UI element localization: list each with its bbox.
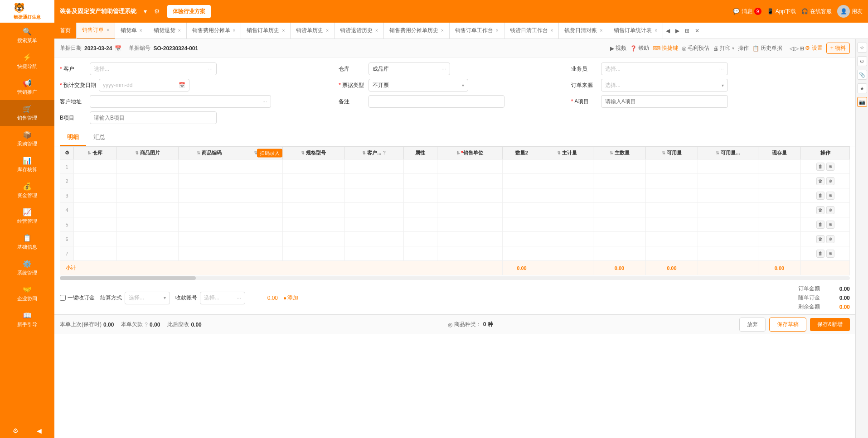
settings-header-icon[interactable]: ⚙	[152, 6, 162, 17]
tab-close-icon[interactable]: ×	[233, 28, 236, 33]
a-project-input[interactable]	[601, 95, 728, 108]
warehouse-input[interactable]: 成品库 ···	[369, 63, 450, 75]
sort-icon[interactable]: ⇅	[135, 151, 139, 155]
tab-invoice-history[interactable]: 销货单历史 ×	[291, 23, 335, 39]
staff-more-icon[interactable]: ···	[719, 66, 724, 72]
sort-icon[interactable]: ⇅	[87, 151, 91, 155]
sidebar-item-basics[interactable]: 📋 基础信息	[0, 229, 54, 255]
row-qty2-1[interactable]	[502, 159, 541, 174]
print-btn[interactable]: 🖨 打印 ▾	[713, 44, 734, 52]
row-spec-1[interactable]	[283, 159, 344, 174]
delete-row-icon[interactable]: 🗑	[816, 192, 824, 200]
save-draft-button[interactable]: 保存草稿	[769, 318, 806, 332]
delete-row-icon[interactable]: 🗑	[816, 206, 824, 214]
tab-close-icon[interactable]: ×	[107, 28, 109, 33]
sort-icon[interactable]: ⇅	[301, 151, 305, 155]
b-project-input[interactable]	[90, 111, 217, 124]
help-btn[interactable]: ❓ 帮助	[630, 44, 649, 52]
copy-row-icon[interactable]: ⊕	[826, 250, 834, 258]
tab-daily-reconcile[interactable]: 钱货日清对账 ×	[559, 23, 608, 39]
tab-nav-prev[interactable]: ◀	[663, 23, 673, 39]
layout-icon2[interactable]: ▷	[795, 44, 799, 52]
copy-row-icon[interactable]: ⊕	[826, 235, 834, 243]
sidebar-item-purchase[interactable]: 📦 采购管理	[0, 126, 54, 152]
sort-icon[interactable]: ⇅	[716, 151, 719, 155]
sidebar-item-enterprise[interactable]: 🤝 企业协同	[0, 281, 54, 307]
profit-btn[interactable]: ◎ 毛利预估	[682, 44, 709, 52]
row-unit-1[interactable]	[437, 159, 502, 174]
tab-close-icon[interactable]: ×	[496, 28, 499, 33]
delete-row-icon[interactable]: 🗑	[816, 221, 824, 229]
row-product-1[interactable]	[240, 159, 283, 174]
sidebar-item-guide[interactable]: 📖 新手引导	[0, 307, 54, 332]
tab-nav-more[interactable]: ⊞	[682, 23, 692, 39]
tab-nav-close[interactable]: ✕	[692, 23, 702, 39]
sidebar-item-finance[interactable]: 💰 资金管理	[0, 178, 54, 203]
sidebar-item-search[interactable]: 🔍 搜索菜单	[0, 23, 54, 48]
sidebar-item-sales[interactable]: 🛒 销售管理	[0, 100, 54, 126]
tab-close-icon[interactable]: ×	[178, 28, 181, 33]
sort-icon[interactable]: ⇅	[662, 151, 665, 155]
delete-row-icon[interactable]: 🗑	[816, 177, 824, 185]
sidebar-item-system[interactable]: ⚙️ 系统管理	[0, 255, 54, 281]
tab-close-icon[interactable]: ×	[600, 28, 602, 33]
row-image-1[interactable]	[116, 159, 178, 174]
dropdown-arrow-icon[interactable]: ▾	[142, 6, 149, 17]
delivery-date-input[interactable]: yyyy-mm-dd 📅	[99, 79, 189, 91]
address-input[interactable]: ···	[90, 95, 271, 108]
right-panel-icon-2[interactable]: ⊙	[857, 56, 867, 66]
sidebar-item-marketing[interactable]: 📢 营销推广	[0, 74, 54, 100]
copy-row-icon[interactable]: ⊕	[826, 206, 834, 214]
warehouse-more-icon[interactable]: ···	[441, 66, 446, 72]
add-payment-btn[interactable]: ● 添加	[283, 294, 298, 302]
delete-row-icon[interactable]: 🗑	[816, 235, 824, 243]
save-new-button[interactable]: 保存&新增	[810, 318, 850, 331]
grid-icon[interactable]: ⊞	[800, 44, 804, 52]
sidebar-item-inventory[interactable]: 📊 库存核算	[0, 152, 54, 178]
payment-method-input[interactable]: 选择... ▾	[125, 292, 170, 304]
settings-bottom-icon[interactable]: ⚙	[13, 427, 19, 434]
scroll-bar[interactable]	[54, 275, 855, 281]
tab-sales-stats[interactable]: 销售订单统计表 ×	[608, 23, 663, 39]
shortcut-btn[interactable]: ⌨ 快捷键	[653, 44, 678, 52]
remark-input[interactable]	[369, 95, 504, 108]
row-customer-code-1[interactable]	[344, 159, 403, 174]
tab-close-icon[interactable]: ×	[551, 28, 553, 33]
calendar-icon[interactable]: 📅	[115, 45, 121, 52]
customer-more-icon[interactable]: ···	[208, 66, 213, 72]
ticket-type-select[interactable]: 不开票 ▾	[369, 79, 468, 91]
copy-row-icon[interactable]: ⊕	[826, 163, 834, 171]
right-panel-icon-5[interactable]: 📷	[857, 97, 867, 107]
tab-detail[interactable]: 明细	[60, 130, 86, 146]
ticket-dropdown-icon[interactable]: ▾	[462, 83, 464, 88]
print-dropdown-arrow[interactable]: ▾	[732, 46, 734, 51]
tab-daily-workspace[interactable]: 钱货日清工作台 ×	[504, 23, 559, 39]
tab-close-icon[interactable]: ×	[441, 28, 444, 33]
delete-row-icon[interactable]: 🗑	[816, 250, 824, 258]
right-panel-icon-4[interactable]: ★	[857, 83, 867, 93]
sort-icon[interactable]: ⇅	[610, 151, 613, 155]
sidebar-item-quick-nav[interactable]: ⚡ 快捷导航	[0, 48, 54, 74]
row-available-1[interactable]	[645, 159, 698, 174]
col-settings[interactable]: ⚙	[60, 147, 74, 159]
tab-sales-order[interactable]: 销售订单 ×	[77, 23, 115, 39]
sort-icon[interactable]: ⇅	[456, 151, 460, 155]
sidebar-item-operations[interactable]: 📈 经营管理	[0, 203, 54, 229]
order-source-dropdown[interactable]: ▾	[722, 83, 724, 88]
scroll-thumb[interactable]	[60, 276, 196, 280]
tab-return-history[interactable]: 销货退货历史 ×	[335, 23, 384, 39]
customer-input-wrap[interactable]: 选择... ···	[90, 63, 217, 75]
preview-btn[interactable]: ▶ 视频	[610, 44, 626, 52]
sort-icon[interactable]: ⇅	[362, 151, 366, 155]
add-item-btn[interactable]: + 物料	[826, 43, 850, 54]
history-btn[interactable]: 📋 历史单据	[752, 44, 782, 52]
app-download-item[interactable]: 📱 App下载	[767, 8, 796, 15]
row-current-qty-1[interactable]	[758, 159, 800, 174]
one-click-checkbox[interactable]: 一键收订金	[60, 294, 95, 302]
row-code-1[interactable]	[178, 159, 240, 174]
tab-sales-return[interactable]: 销货退货 ×	[148, 23, 187, 39]
tab-close-icon[interactable]: ×	[282, 28, 285, 33]
tab-sales-order-history[interactable]: 销售订单历史 ×	[241, 23, 291, 39]
settings-form-icon[interactable]: ⚙ 设置	[805, 44, 822, 52]
scan-button[interactable]: 扫码录入	[257, 149, 282, 157]
